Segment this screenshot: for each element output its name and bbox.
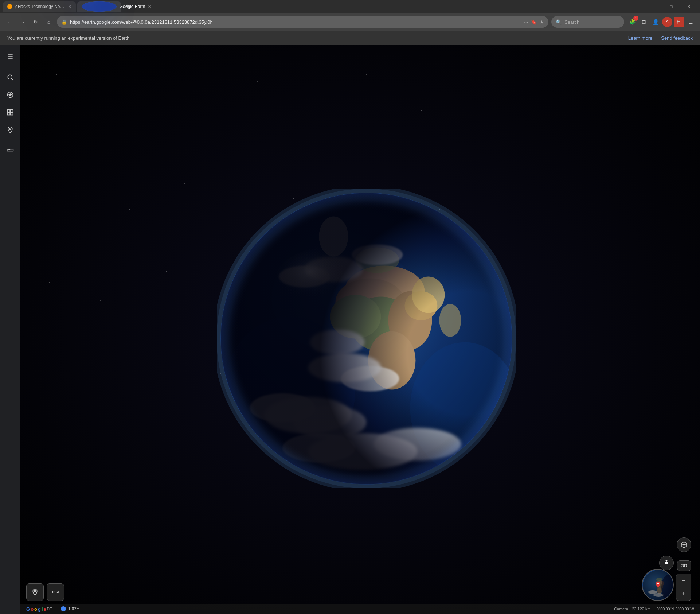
address-bar: ← → ↻ ⌂ 🔒 https://earth.google.com/web/@…: [0, 13, 700, 31]
google-logo: G o o g l e DE: [26, 606, 52, 612]
menu-button[interactable]: ☰: [685, 17, 696, 27]
star-icon[interactable]: ★: [540, 19, 544, 25]
sidebar-item-voyager[interactable]: [3, 105, 17, 120]
zoom-controls: − +: [676, 574, 691, 601]
tab-ghacks-label: gHacks Technology News: [15, 4, 65, 9]
tab-ghacks-close[interactable]: ✕: [68, 4, 71, 9]
back-button[interactable]: ←: [4, 17, 15, 27]
sidebar-item-search[interactable]: [3, 70, 17, 85]
profile-button[interactable]: 👤: [650, 17, 661, 27]
sidebar-item-places[interactable]: [3, 123, 17, 137]
more-options-icon[interactable]: ···: [524, 19, 528, 25]
svg-point-47: [34, 590, 36, 592]
google-logo-l: l: [42, 606, 43, 612]
sidebar-item-menu[interactable]: ☰: [3, 50, 17, 64]
google-logo-e: e: [44, 606, 46, 612]
sidebar: ☰: [0, 45, 20, 614]
svg-point-48: [52, 592, 53, 593]
avatar-button[interactable]: A: [662, 17, 672, 27]
home-button[interactable]: ⌂: [44, 17, 54, 27]
tab-earth[interactable]: Google Earth ✕: [77, 1, 121, 12]
extensions-button[interactable]: 🧩 1: [627, 17, 637, 27]
earth-globe-svg: [217, 189, 516, 488]
svg-point-46: [220, 193, 512, 485]
camera-info: Camera: 23,122 km 0°00'00"N 0°00'00"W: [614, 607, 694, 611]
google-logo-o2: o: [34, 606, 37, 612]
svg-point-0: [8, 75, 12, 79]
addon-icon[interactable]: ⛩: [674, 17, 684, 27]
compass-button[interactable]: [677, 537, 691, 552]
loading-circle: [61, 606, 66, 611]
search-box[interactable]: 🔍 Search: [551, 16, 624, 28]
window-controls: ─ □ ✕: [645, 0, 697, 13]
svg-point-8: [9, 128, 11, 129]
sidebar-item-measure[interactable]: [3, 143, 17, 158]
status-bar: G o o g l e DE 100% Camera: 23,122 km 0°…: [20, 604, 700, 614]
toggle-3d-label: 3D: [681, 563, 687, 568]
url-action-icons: ··· 🔖 ★: [524, 19, 544, 25]
extensions-badge: 1: [633, 16, 638, 21]
tab-ghacks[interactable]: gHacks Technology News ✕: [3, 1, 76, 12]
security-lock-icon: 🔒: [61, 19, 67, 25]
sidebar-item-explore[interactable]: [3, 88, 17, 102]
ghacks-favicon: [7, 4, 12, 9]
send-feedback-link[interactable]: Send feedback: [661, 35, 693, 41]
svg-point-52: [683, 544, 684, 545]
bookmark-icon[interactable]: 🔖: [531, 19, 537, 25]
earth-globe-container[interactable]: [217, 189, 516, 488]
google-logo-g: g: [38, 606, 41, 612]
forward-button[interactable]: →: [17, 17, 28, 27]
notification-message: You are currently running an experimenta…: [7, 35, 131, 41]
svg-point-66: [657, 583, 659, 584]
svg-rect-5: [10, 110, 13, 112]
svg-rect-6: [7, 113, 10, 115]
minimize-button[interactable]: ─: [645, 0, 662, 13]
google-logo-text: G: [26, 606, 30, 612]
sidebar-toggle-button[interactable]: ⊡: [639, 17, 649, 27]
url-bar[interactable]: 🔒 https://earth.google.com/web/@0,0,0a,2…: [57, 16, 548, 28]
drop-pin-button[interactable]: [26, 583, 44, 601]
svg-rect-9: [7, 149, 13, 151]
svg-rect-4: [7, 110, 10, 112]
zoom-out-button[interactable]: −: [676, 574, 691, 587]
title-bar: gHacks Technology News ✕ Google Earth ✕ …: [0, 0, 700, 13]
new-tab-button[interactable]: +: [122, 1, 133, 12]
street-view-button[interactable]: [659, 556, 674, 570]
earth-favicon: [82, 1, 117, 12]
maximize-button[interactable]: □: [663, 0, 680, 13]
svg-point-49: [58, 592, 59, 593]
svg-marker-3: [8, 93, 12, 97]
url-text: https://earth.google.com/web/@0,0,0a,231…: [70, 19, 521, 25]
main-view[interactable]: 3D − +: [20, 45, 700, 614]
svg-line-1: [11, 79, 13, 81]
notification-bar: You are currently running an experimenta…: [0, 31, 700, 45]
loading-percent: 100%: [68, 606, 79, 611]
learn-more-link[interactable]: Learn more: [628, 35, 652, 41]
search-icon: 🔍: [556, 19, 562, 25]
toggle-3d-button[interactable]: 3D: [677, 560, 691, 571]
camera-label: Camera: 23,122 km: [614, 607, 651, 611]
bottom-controls: [26, 583, 64, 601]
toolbar-icons: 🧩 1 ⊡ 👤 A ⛩ ☰: [627, 17, 696, 27]
google-suffix: DE: [47, 607, 52, 611]
close-button[interactable]: ✕: [680, 0, 697, 13]
svg-point-50: [666, 560, 668, 562]
location-marker[interactable]: [655, 582, 661, 591]
loading-indicator: 100%: [61, 606, 79, 611]
app-area: ☰: [0, 45, 700, 614]
measure-distance-button[interactable]: [47, 583, 64, 601]
browser-frame: gHacks Technology News ✕ Google Earth ✕ …: [0, 0, 700, 31]
coordinates-display: 0°00'00"N 0°00'00"W: [657, 607, 694, 611]
tab-earth-close[interactable]: ✕: [148, 4, 151, 9]
google-logo-o1: o: [31, 606, 34, 612]
zoom-in-button[interactable]: +: [676, 587, 691, 601]
search-placeholder: Search: [564, 19, 579, 25]
refresh-button[interactable]: ↻: [31, 17, 41, 27]
svg-rect-7: [10, 113, 13, 115]
